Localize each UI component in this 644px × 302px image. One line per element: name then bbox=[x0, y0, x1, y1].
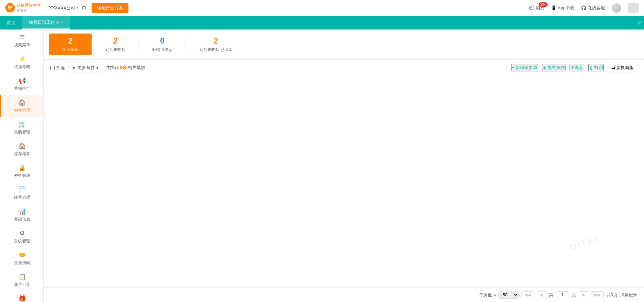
select-all-label: 全选 bbox=[56, 65, 65, 71]
print-label: 打印 bbox=[594, 65, 603, 71]
service-label: 在线客服 bbox=[588, 5, 605, 11]
sidebar-item-marketing[interactable]: 📢 营销推广 bbox=[0, 73, 43, 95]
first-page-button[interactable]: ◀◀ bbox=[521, 291, 534, 298]
stats-row: 2 全部单据 2 到期未收款 0 旺辅待确认 2 到期未收款 已出库 bbox=[44, 29, 644, 60]
sidebar-item-guide-label: 新手引导 bbox=[14, 282, 30, 288]
filter-arrow-icon: ▾ bbox=[96, 65, 99, 70]
table-area bbox=[44, 76, 644, 287]
basic-icon: 📊 bbox=[18, 208, 26, 215]
refresh-icon: ↺ bbox=[570, 65, 574, 70]
switch-version-button[interactable]: ⇄ 切换新版 bbox=[608, 63, 637, 72]
logo-icon: 好 bbox=[5, 3, 15, 12]
company-name: XXXXXX公司 bbox=[49, 5, 75, 11]
finance-icon: 🔒 bbox=[18, 164, 26, 172]
appcenter-icon: 🎁 bbox=[18, 295, 26, 302]
stat-card-wangwang[interactable]: 0 旺辅待确认 bbox=[139, 34, 186, 55]
filter-label: 更多条件 bbox=[77, 65, 95, 71]
sidebar-item-inventory-label: 库存核算 bbox=[14, 151, 30, 157]
topbar-right: 💬 消息 99+ 📱 App下载 🎧 在线客服 bbox=[529, 3, 639, 13]
sidebar-item-purchase-label: 采购管理 bbox=[14, 129, 30, 135]
print-button[interactable]: 🖨 打印 bbox=[588, 64, 604, 71]
inventory-icon: 🏠 bbox=[18, 142, 26, 150]
search-menu-icon: ☰ bbox=[19, 34, 25, 41]
found-prefix: 共找到 bbox=[106, 65, 119, 70]
sidebar-item-quicknav[interactable]: ⚡ 快捷导航 bbox=[0, 51, 43, 73]
tab-workspace[interactable]: 钱货日清工作台 × bbox=[22, 16, 70, 29]
toolbar-right: + 新增销货单 ⊞ 批量操作 ↺ 刷新 🖨 打印 ⇄ 切换新版 bbox=[511, 63, 637, 72]
sidebar: ☰ 搜索菜单 ⚡ 快捷导航 📢 营销推广 🏠 销售管理 🛒 采购管理 🏠 库存核… bbox=[0, 29, 44, 302]
sidebar-item-appcenter[interactable]: 🎁 应用中心 bbox=[0, 291, 43, 302]
marketing-icon: 📢 bbox=[18, 77, 26, 84]
sidebar-item-search-label: 搜索菜单 bbox=[14, 42, 30, 48]
stat-card-all[interactable]: 2 全部单据 bbox=[49, 34, 92, 55]
purchase-icon: 🛒 bbox=[18, 121, 26, 128]
stat-overdue-shipped-label: 到期未收款 已出库 bbox=[199, 47, 232, 53]
switch-label: 切换新版 bbox=[616, 65, 634, 71]
sidebar-item-system[interactable]: ⚙ 系统管理 bbox=[0, 226, 43, 247]
batch-button[interactable]: ⊞ 批量操作 bbox=[542, 64, 566, 71]
sidebar-item-enterprise-label: 企业协同 bbox=[14, 260, 30, 266]
sidebar-item-inventory[interactable]: 🏠 库存核算 bbox=[0, 138, 43, 160]
sidebar-item-sales[interactable]: 🏠 销售管理 bbox=[0, 95, 43, 117]
stat-wangwang-label: 旺辅待确认 bbox=[152, 47, 172, 53]
found-suffix: 相关单据 bbox=[128, 65, 145, 70]
sidebar-item-enterprise[interactable]: 🤝 企业协同 bbox=[0, 247, 43, 269]
online-service-button[interactable]: 🎧 在线客服 bbox=[581, 5, 605, 11]
topbar: 好 畅捷通好生意 标准版 XXXXXX公司 ▾ ⚙ 体验行业方案 💬 消息 99… bbox=[0, 0, 644, 16]
filter-button[interactable]: ▼ 更多条件 ▾ bbox=[68, 63, 102, 72]
tab-close-icon[interactable]: × bbox=[61, 20, 63, 24]
service-icon: 🎧 bbox=[581, 5, 586, 10]
logo-text-area: 畅捷通好生意 标准版 bbox=[17, 3, 41, 12]
stat-overdue-num: 2 bbox=[113, 36, 117, 46]
guide-icon: 📋 bbox=[18, 273, 26, 281]
system-icon: ⚙ bbox=[19, 230, 25, 237]
select-all-checkbox[interactable]: 全选 bbox=[50, 65, 65, 71]
stat-all-num: 2 bbox=[68, 36, 72, 46]
sidebar-item-guide[interactable]: 📋 新手引导 bbox=[0, 269, 43, 291]
tab-minimize-button[interactable]: — bbox=[629, 20, 634, 26]
page-input[interactable] bbox=[556, 291, 569, 298]
found-count: 0条 bbox=[120, 65, 127, 70]
app-icon: 📱 bbox=[551, 5, 556, 10]
per-page-select[interactable]: 50 100 200 bbox=[498, 291, 519, 299]
sidebar-item-marketing-label: 营销推广 bbox=[14, 86, 30, 92]
page-suffix: 页 bbox=[572, 292, 576, 298]
sidebar-item-quicknav-label: 快捷导航 bbox=[14, 64, 30, 70]
nav-tabs: 首页 钱货日清工作台 × — ⤢ bbox=[0, 16, 644, 29]
page-label: 第 bbox=[549, 292, 553, 298]
avatar2[interactable] bbox=[628, 3, 639, 13]
tab-home[interactable]: 首页 bbox=[0, 16, 22, 29]
app-label: App下载 bbox=[558, 5, 574, 11]
stat-wangwang-num: 0 bbox=[160, 36, 164, 46]
refresh-button[interactable]: ↺ 刷新 bbox=[570, 64, 584, 71]
sidebar-item-basic[interactable]: 📊 基础信息 bbox=[0, 204, 43, 226]
sidebar-item-finance[interactable]: 🔒 资金管理 bbox=[0, 160, 43, 182]
refresh-label: 刷新 bbox=[575, 65, 584, 71]
app-download-button[interactable]: 📱 App下载 bbox=[551, 5, 574, 11]
sidebar-item-sales-label: 销售管理 bbox=[14, 108, 30, 113]
sidebar-item-operations[interactable]: 📄 经营管理 bbox=[0, 182, 43, 204]
company-selector[interactable]: XXXXXX公司 ▾ bbox=[49, 5, 78, 11]
next-page-button[interactable]: ▶ bbox=[579, 291, 588, 298]
pagination: 每页显示 50 100 200 ◀◀ ◀ 第 页 ▶ ▶▶ 共0页，0条记录 bbox=[44, 287, 644, 302]
stat-card-overdue-shipped[interactable]: 2 到期未收款 已出库 bbox=[186, 34, 246, 55]
select-all-input[interactable] bbox=[50, 66, 55, 70]
settings-icon[interactable]: ⚙ bbox=[82, 5, 86, 11]
messages-button[interactable]: 💬 消息 99+ bbox=[529, 5, 544, 11]
add-order-button[interactable]: + 新增销货单 bbox=[511, 64, 538, 71]
stat-card-overdue[interactable]: 2 到期未收款 bbox=[92, 34, 139, 55]
total-label: 共0页，0条记录 bbox=[606, 292, 637, 298]
tab-maximize-button[interactable]: ⤢ bbox=[637, 20, 641, 26]
avatar[interactable] bbox=[612, 3, 621, 13]
last-page-button[interactable]: ▶▶ bbox=[591, 291, 604, 298]
trial-button[interactable]: 体验行业方案 bbox=[92, 3, 128, 13]
tab-home-label: 首页 bbox=[7, 20, 15, 26]
sidebar-item-search[interactable]: ☰ 搜索菜单 bbox=[0, 29, 43, 51]
avatar-image bbox=[612, 3, 621, 13]
sidebar-item-purchase[interactable]: 🛒 采购管理 bbox=[0, 117, 43, 138]
stat-overdue-shipped-num: 2 bbox=[214, 36, 218, 46]
operations-icon: 📄 bbox=[18, 186, 26, 193]
filter-icon: ▼ bbox=[72, 65, 76, 70]
prev-page-button[interactable]: ◀ bbox=[537, 291, 546, 298]
print-icon: 🖨 bbox=[589, 65, 593, 70]
